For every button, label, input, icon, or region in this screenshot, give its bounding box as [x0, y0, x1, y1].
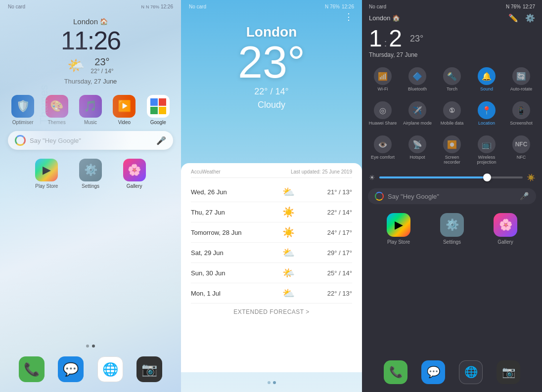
- wireless-proj-toggle[interactable]: 📺 Wireless projection: [470, 132, 503, 168]
- qs-phone-icon[interactable]: 📞: [384, 360, 407, 384]
- qs-playstore[interactable]: ▶ Play Store: [387, 213, 410, 245]
- temp-range: 22° / 14°: [90, 68, 113, 75]
- huawei-share-label: Huawei Share: [369, 121, 397, 126]
- forecast-container: AccuWeather Last updated: 25 June 2019 W…: [181, 163, 362, 372]
- weather-status-bar: No card N 76% 12:26: [181, 0, 362, 9]
- chrome-dock-icon[interactable]: 🌐: [97, 356, 123, 382]
- airplane-toggle[interactable]: ✈️ Airplane mode: [401, 98, 434, 129]
- extended-forecast-button[interactable]: EXTENDED FORECAST >: [191, 304, 352, 320]
- google-search-bar[interactable]: Say "Hey Google" 🎤: [8, 131, 173, 150]
- bluetooth-icon: 🔷: [408, 67, 426, 85]
- music-app[interactable]: 🎵 Music: [79, 95, 102, 125]
- phone-dock-icon[interactable]: 📞: [19, 356, 45, 382]
- svg-rect-0: [150, 98, 158, 106]
- last-updated-label: Last updated: 25 June 2019: [291, 169, 352, 174]
- wifi-toggle[interactable]: 📶 Wi-Fi: [366, 64, 400, 94]
- messages-dock-icon[interactable]: 💬: [58, 356, 84, 382]
- torch-icon: 🔦: [443, 67, 461, 85]
- qs-toggles-row1: 📶 Wi-Fi 🔷 Bluetooth 🔦 Torch 🔔 Sound 🔄 Au…: [362, 62, 542, 96]
- qs-carrier: No card: [369, 4, 386, 9]
- page-indicator: [0, 345, 181, 348]
- bluetooth-toggle[interactable]: 🔷 Bluetooth: [401, 64, 434, 94]
- search-placeholder: Say "Hey Google": [30, 137, 152, 144]
- network-icon: N: [141, 4, 144, 9]
- forecast-temps-4: 25° / 14°: [327, 269, 352, 277]
- torch-toggle[interactable]: 🔦 Torch: [435, 64, 469, 94]
- screen-recorder-toggle[interactable]: ⏺️ Screen recorder: [435, 132, 469, 168]
- qs-city-label: London: [369, 14, 390, 22]
- qs-camera-icon[interactable]: 📷: [497, 360, 520, 384]
- forecast-row-5[interactable]: Mon, 1 Jul ⛅ 22° / 13°: [191, 283, 352, 304]
- screen-recorder-icon: ⏺️: [443, 135, 461, 153]
- eye-comfort-toggle[interactable]: 👁️ Eye comfort: [366, 132, 400, 168]
- mic-icon[interactable]: 🎤: [156, 136, 166, 145]
- qs-app-row: ▶ Play Store ⚙️ Settings 🌸 Gallery: [362, 207, 542, 249]
- brightness-thumb[interactable]: [483, 174, 491, 181]
- huawei-share-toggle[interactable]: ◎ Huawei Share: [366, 98, 400, 129]
- forecast-temps-0: 21° / 13°: [327, 188, 352, 196]
- nfc-toggle[interactable]: NFC NFC: [504, 132, 538, 168]
- forecast-temps-1: 22° / 14°: [327, 209, 352, 216]
- wireless-proj-label: Wireless projection: [471, 155, 502, 165]
- location-toggle[interactable]: 📍 Location: [470, 98, 503, 129]
- home-status-bar: No card N N 76% 12:26: [0, 0, 181, 9]
- mobile-data-icon: ①: [443, 101, 461, 119]
- forecast-row-3[interactable]: Sat, 29 Jun ⛅ 29° / 17°: [191, 243, 352, 263]
- location-icon: 📍: [478, 101, 496, 119]
- qs-edit-icon[interactable]: ✏️: [508, 13, 518, 23]
- forecast-icon-2: ☀️: [282, 226, 295, 238]
- qs-settings-icon: ⚙️: [440, 213, 464, 237]
- dot-1: [86, 345, 89, 348]
- forecast-day-5: Mon, 1 Jul: [191, 290, 250, 297]
- forecast-temps-3: 29° / 17°: [327, 249, 352, 257]
- screenshot-toggle[interactable]: 📱 Screenshot: [504, 98, 538, 129]
- autorotate-icon: 🔄: [512, 67, 530, 85]
- qs-messages-icon[interactable]: 💬: [421, 360, 445, 384]
- airplane-label: Airplane mode: [403, 121, 432, 126]
- optimiser-app[interactable]: 🛡️ Optimiser: [11, 95, 34, 125]
- forecast-row-4[interactable]: Sun, 30 Jun 🌤️ 25° / 14°: [191, 263, 352, 283]
- sound-toggle[interactable]: 🔔 Sound: [470, 64, 503, 94]
- forecast-row-0[interactable]: Wed, 26 Jun ⛅ 21° / 13°: [191, 182, 352, 202]
- video-app[interactable]: ▶️ Video: [113, 95, 136, 125]
- camera-dock-icon[interactable]: 📷: [136, 356, 162, 382]
- music-label: Music: [84, 120, 97, 125]
- autorotate-label: Auto-rotate: [510, 87, 533, 91]
- weather-range: 22° / 14°: [191, 87, 352, 97]
- clock-display: 11:26: [10, 28, 171, 53]
- qs-chrome-icon[interactable]: 🌐: [459, 360, 483, 384]
- quick-settings-panel: No card N 76% 12:27 London 🏠 ✏️ ⚙️ 1 : 2…: [362, 0, 542, 392]
- qs-settings-icon[interactable]: ⚙️: [525, 13, 535, 23]
- autorotate-toggle[interactable]: 🔄 Auto-rotate: [504, 64, 538, 94]
- qs-big-time2: 2: [389, 27, 402, 50]
- settings-app[interactable]: ⚙️ Settings: [79, 159, 102, 189]
- qs-toggles-row2: ◎ Huawei Share ✈️ Airplane mode ① Mobile…: [362, 96, 542, 131]
- weather-dot-2: [273, 381, 276, 384]
- svg-rect-1: [159, 98, 166, 106]
- svg-rect-2: [150, 107, 158, 114]
- qs-search-bar[interactable]: Say "Hey Google" 🎤: [368, 188, 536, 204]
- qs-time-display: 1 : 2 23°: [362, 27, 542, 50]
- gallery-app[interactable]: 🌸 Gallery: [123, 159, 146, 189]
- forecast-day-4: Sun, 30 Jun: [191, 269, 250, 277]
- weather-page-dots: [181, 381, 362, 384]
- qs-gallery[interactable]: 🌸 Gallery: [494, 213, 517, 245]
- qs-settings[interactable]: ⚙️ Settings: [440, 213, 464, 245]
- svg-rect-3: [159, 107, 166, 114]
- forecast-row-2[interactable]: Tomorrow, 28 Jun ☀️ 24° / 17°: [191, 222, 352, 243]
- qs-mic-icon[interactable]: 🎤: [520, 192, 529, 201]
- weather-temp-row: 🌤️ 23° 22° / 14°: [10, 56, 171, 75]
- qs-weather-temp: 23°: [410, 34, 423, 44]
- playstore-app[interactable]: ▶ Play Store: [35, 159, 58, 189]
- weather-main: London 23° 22° / 14° Cloudy: [181, 9, 362, 115]
- qs-playstore-label: Play Store: [387, 239, 410, 245]
- hotspot-toggle[interactable]: 📡 Hotspot: [401, 132, 434, 168]
- google-app[interactable]: Google: [147, 95, 170, 125]
- brightness-slider[interactable]: [379, 176, 523, 178]
- hotspot-icon: 📡: [408, 135, 426, 153]
- qs-colon: :: [384, 38, 387, 49]
- mobile-data-toggle[interactable]: ① Mobile data: [435, 98, 469, 129]
- forecast-icon-1: ☀️: [282, 206, 295, 218]
- home-weather-widget[interactable]: London 🏠 11:26 🌤️ 23° 22° / 14° Thursday…: [0, 9, 181, 89]
- forecast-row-1[interactable]: Thu, 27 Jun ☀️ 22° / 14°: [191, 202, 352, 222]
